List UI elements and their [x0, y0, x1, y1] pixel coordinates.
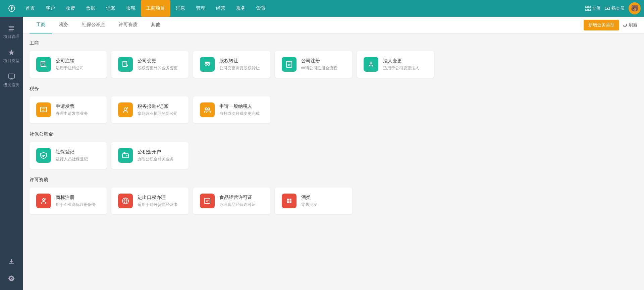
nav-tax[interactable]: 报税 — [121, 0, 141, 17]
svg-rect-37 — [122, 154, 128, 158]
top-navigation: 首页 客户 收费 票据 记账 报税 工商项目 消息 管理 经营 服务 设置 全屏… — [0, 0, 644, 17]
main-layout: 项目管理 项目类型 进度监测 工 — [0, 17, 644, 290]
svg-rect-49 — [287, 201, 289, 203]
section-title-shuiwu: 税务 — [30, 86, 637, 92]
section-title-xuke: 许可资质 — [30, 177, 637, 183]
card-info-tax-bookkeeping: 税务报道+记账 拿到营业执照的新公司 — [138, 103, 182, 117]
card-desc-trademark: 用于企业商标注册服务 — [56, 202, 100, 208]
card-legal-change[interactable]: 法人变更 适用于公司变更法人 — [357, 51, 434, 78]
card-icon-liquor — [282, 194, 297, 208]
vip-button[interactable]: 畅会员 — [605, 5, 625, 11]
svg-line-17 — [45, 66, 46, 67]
card-info-import-export: 进出口权办理 适用于对外贸易经营者 — [138, 195, 182, 208]
card-social-security[interactable]: 社保登记 进行人员社保登记 — [30, 142, 107, 169]
card-icon-company-cancel — [36, 57, 51, 72]
card-info-trademark: 商标注册 用于企业商标注册服务 — [56, 195, 100, 208]
svg-rect-7 — [9, 27, 14, 28]
card-title-tax-bookkeeping: 税务报道+记账 — [138, 103, 182, 110]
svg-rect-12 — [10, 79, 13, 79]
card-title-import-export: 进出口权办理 — [138, 195, 182, 201]
vip-label: 畅会员 — [611, 5, 625, 11]
card-company-cancel[interactable]: 公司注销 适用于注销公司 — [30, 51, 107, 78]
card-desc-provident-fund: 办理公积金相关业务 — [138, 156, 182, 162]
card-info-general-taxpayer: 申请一般纳税人 当月或次月成变更完成 — [219, 103, 264, 117]
card-import-export[interactable]: 进出口权办理 适用于对外贸易经营者 — [111, 188, 189, 214]
tab-shuiwu[interactable]: 税务 — [52, 17, 75, 33]
nav-operation[interactable]: 经营 — [211, 0, 231, 17]
card-info-apply-invoice: 申请发票 办理申请发票业务 — [56, 103, 100, 117]
cards-grid-shuiwu: 申请发票 办理申请发票业务 税务报道+记账 拿到营业执照的新公司 — [30, 96, 637, 123]
sidebar-item-progress-monitor[interactable]: 进度监测 — [0, 68, 23, 92]
tab-actions: 新增业务类型 刷新 — [584, 20, 637, 30]
nav-invoice[interactable]: 票据 — [80, 0, 101, 17]
card-icon-trademark — [36, 194, 51, 208]
card-info-provident-fund: 公积金开户 办理公积金相关业务 — [138, 149, 182, 162]
nav-home[interactable]: 首页 — [20, 0, 40, 17]
sidebar-label-project-management: 项目管理 — [3, 34, 19, 40]
card-trademark[interactable]: 商标注册 用于企业商标注册服务 — [30, 188, 107, 214]
card-desc-food-license: 办理食品经营许可证 — [219, 202, 264, 208]
nav-bookkeeping[interactable]: 记账 — [101, 0, 121, 17]
svg-point-5 — [607, 8, 608, 9]
svg-rect-3 — [589, 9, 590, 11]
sidebar-item-project-management[interactable]: 项目管理 — [0, 20, 23, 44]
nav-manage[interactable]: 管理 — [191, 0, 211, 17]
svg-rect-47 — [287, 199, 289, 201]
card-company-register[interactable]: 公司注册 申请公司注册全流程 — [275, 51, 352, 78]
sidebar-item-project-type[interactable]: 项目类型 — [0, 44, 23, 68]
card-title-equity-transfer: 股权转让 — [219, 58, 264, 64]
card-desc-company-register: 申请公司注册全流程 — [301, 65, 345, 71]
sidebar-item-settings[interactable] — [8, 270, 15, 287]
tab-xuke[interactable]: 许可资质 — [112, 17, 144, 33]
card-title-liquor: 酒类 — [301, 195, 345, 201]
card-liquor[interactable]: 酒类 零售批发 — [275, 188, 352, 214]
card-title-trademark: 商标注册 — [56, 195, 100, 201]
card-info-social-security: 社保登记 进行人员社保登记 — [56, 149, 100, 162]
card-icon-general-taxpayer — [200, 102, 215, 117]
refresh-button[interactable]: 刷新 — [623, 22, 637, 28]
logo — [3, 4, 20, 13]
card-info-equity-transfer: 股权转让 公司变更需要股权转让 — [219, 58, 264, 71]
sidebar-item-download[interactable] — [8, 253, 15, 270]
svg-point-28 — [370, 62, 372, 64]
svg-rect-6 — [9, 26, 14, 27]
card-desc-legal-change: 适用于公司变更法人 — [383, 65, 427, 71]
card-provident-fund[interactable]: 公积金开户 办理公积金相关业务 — [111, 142, 189, 169]
nav-client[interactable]: 客户 — [40, 0, 60, 17]
card-tax-bookkeeping[interactable]: 税务报道+记账 拿到营业执照的新公司 — [111, 96, 189, 123]
card-general-taxpayer[interactable]: 申请一般纳税人 当月或次月成变更完成 — [193, 96, 270, 123]
card-title-company-cancel: 公司注销 — [56, 58, 100, 64]
nav-settings[interactable]: 设置 — [251, 0, 271, 17]
card-equity-transfer[interactable]: 股权转让 公司变更需要股权转让 — [193, 51, 270, 78]
card-desc-social-security: 进行人员社保登记 — [56, 156, 100, 162]
svg-rect-2 — [586, 9, 587, 11]
card-icon-food-license — [200, 194, 215, 208]
tab-shebao[interactable]: 社保公积金 — [75, 17, 112, 33]
tab-other[interactable]: 其他 — [144, 17, 167, 33]
nav-business[interactable]: 工商项目 — [141, 0, 170, 17]
tab-gongshang[interactable]: 工商 — [30, 17, 52, 33]
nav-service[interactable]: 服务 — [231, 0, 251, 17]
card-apply-invoice[interactable]: 申请发票 办理申请发票业务 — [30, 96, 107, 123]
card-company-change[interactable]: 公司变更 股权变更外的业务变更 — [111, 51, 189, 78]
card-food-license[interactable]: 食品经营许可证 办理食品经营许可证 — [193, 188, 270, 214]
card-icon-company-change — [118, 57, 133, 72]
cards-grid-gongshang: 公司注销 适用于注销公司 公司变更 股权变更外的业务变更 — [30, 51, 637, 78]
svg-rect-11 — [10, 78, 12, 79]
nav-fee[interactable]: 收费 — [60, 0, 80, 17]
nav-message[interactable]: 消息 — [170, 0, 191, 17]
card-icon-legal-change — [364, 57, 378, 72]
nav-items: 首页 客户 收费 票据 记账 报税 工商项目 消息 管理 经营 服务 设置 — [20, 0, 585, 17]
card-title-apply-invoice: 申请发票 — [56, 103, 100, 110]
fullscreen-button[interactable]: 全屏 — [585, 5, 601, 11]
content-area: 工商 税务 社保公积金 许可资质 其他 新增业务类型 刷新 工商 — [23, 17, 644, 290]
card-icon-tax-bookkeeping — [118, 102, 133, 117]
section-title-gongshang: 工商 — [30, 40, 637, 46]
card-info-company-register: 公司注册 申请公司注册全流程 — [301, 58, 345, 71]
card-desc-company-change: 股权变更外的业务变更 — [138, 65, 182, 71]
mascot-icon: 🐻 — [629, 2, 641, 14]
svg-point-32 — [124, 108, 127, 111]
new-type-button[interactable]: 新增业务类型 — [584, 20, 619, 30]
svg-rect-1 — [589, 6, 590, 8]
sidebar-label-progress-monitor: 进度监测 — [3, 82, 19, 88]
